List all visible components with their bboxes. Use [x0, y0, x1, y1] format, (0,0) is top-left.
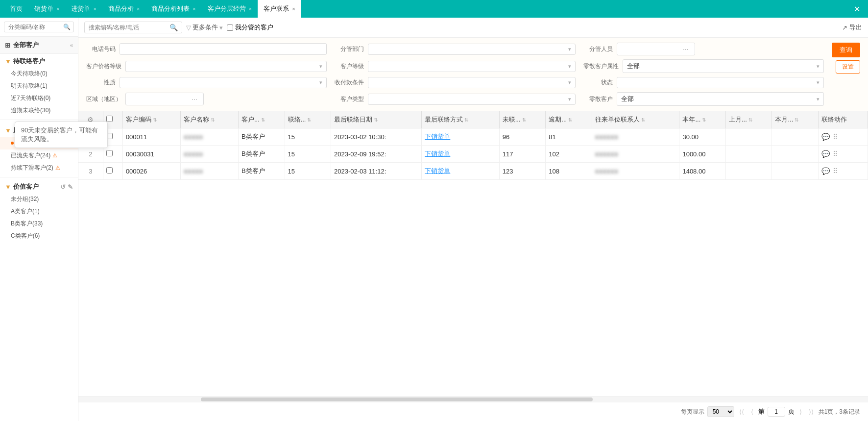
- filter-status-select[interactable]: ▾: [617, 77, 824, 88]
- tab-product-analysis-list[interactable]: 商品分析列表 ×: [145, 0, 201, 18]
- sort-name[interactable]: ⇅: [211, 117, 215, 123]
- sidebar-item-ungrouped[interactable]: 未分组(32): [0, 193, 78, 205]
- tab-customer-contact[interactable]: 客户联系 ×: [258, 0, 301, 18]
- method-link-2[interactable]: 下销货单: [425, 150, 450, 157]
- th-customer-code: 客户编码⇅: [122, 111, 180, 128]
- td-name-1: ■■■■■: [180, 128, 238, 146]
- sort-this-month[interactable]: ⇅: [795, 117, 798, 123]
- action-chat-icon-1[interactable]: 💬: [821, 133, 830, 141]
- filter-dept-select[interactable]: ▾: [368, 44, 575, 55]
- search-input[interactable]: [89, 24, 169, 31]
- sort-uncontacted[interactable]: ⇅: [522, 117, 526, 123]
- sidebar-all-customers[interactable]: ⊞ 全部客户 «: [0, 37, 78, 54]
- sort-type[interactable]: ⇅: [261, 117, 265, 123]
- page-end-label: 页: [788, 407, 795, 416]
- first-page-button[interactable]: ⟨⟨: [737, 407, 746, 417]
- sort-this-year[interactable]: ⇅: [702, 117, 706, 123]
- action-more-icon-2[interactable]: ⠿: [833, 150, 838, 158]
- th-this-year: 本年...⇅: [679, 111, 726, 128]
- search-button-icon[interactable]: 🔍: [169, 24, 178, 31]
- filter-scatter-attr: 零散客户属性 全部 ▾: [583, 59, 824, 73]
- my-customers-checkbox[interactable]: [227, 25, 233, 31]
- sort-contact-person[interactable]: ⇅: [641, 117, 645, 123]
- sidebar-item-c-class[interactable]: C类客户(6): [0, 230, 78, 242]
- action-chat-icon-2[interactable]: 💬: [821, 150, 830, 158]
- horizontal-scrollbar[interactable]: [78, 396, 868, 402]
- sidebar-item-7days[interactable]: 近7天待联络(0): [0, 92, 78, 104]
- filter-price-level-select[interactable]: ▾: [125, 61, 327, 72]
- td-contact-person-1: ■■■■■■: [592, 128, 679, 146]
- row3-checkbox[interactable]: [106, 167, 113, 173]
- action-more-icon-1[interactable]: ⠿: [833, 133, 838, 141]
- sidebar-item-today[interactable]: 今天待联络(0): [0, 68, 78, 80]
- tab-customer-tier-close[interactable]: ×: [249, 6, 252, 12]
- chevron-scatter2: ▾: [817, 96, 820, 102]
- refresh-icon[interactable]: ↺: [60, 183, 66, 191]
- home-tab[interactable]: 首页: [4, 0, 28, 18]
- filter-scatter-select[interactable]: 全部 ▾: [617, 92, 824, 106]
- sort-code[interactable]: ⇅: [153, 117, 157, 123]
- filter-manager-dots[interactable]: ···: [681, 45, 691, 53]
- filter-phone-input[interactable]: [120, 43, 327, 55]
- page-size-select[interactable]: 50 100 200: [707, 406, 734, 417]
- tab-purchase-order[interactable]: 进货单 ×: [65, 0, 102, 18]
- export-button[interactable]: ↗ 导出: [842, 23, 862, 32]
- filter-scatter-attr-select[interactable]: 全部 ▾: [623, 59, 824, 73]
- tab-customer-tier[interactable]: 客户分层经营 ×: [202, 0, 258, 18]
- filter-payment-select[interactable]: ▾: [368, 77, 575, 88]
- sidebar-item-b-class[interactable]: B类客户(33): [0, 218, 78, 230]
- tab-product-list-close[interactable]: ×: [193, 6, 195, 12]
- select-all-checkbox[interactable]: [106, 116, 113, 122]
- th-last-contact-date: 最后联络日期⇅: [331, 111, 422, 128]
- filter-scatter-value: 全部: [621, 95, 634, 103]
- group3-edit-icons: ↺ ✎: [60, 183, 73, 191]
- filter-row-3: 性质 ▾ 收付款条件 ▾: [86, 77, 824, 88]
- filter-customer-level-select[interactable]: ▾: [368, 61, 575, 72]
- row2-checkbox[interactable]: [106, 150, 113, 156]
- nav-close-button[interactable]: ✕: [850, 4, 864, 14]
- filter-nature-select[interactable]: ▾: [120, 77, 327, 88]
- sidebar-item-overdue-contact[interactable]: 逾期未联络(30): [0, 104, 78, 117]
- tab-customer-tier-label: 客户分层经营: [208, 4, 246, 13]
- sort-date[interactable]: ⇅: [374, 117, 378, 123]
- filter-customer-type-select[interactable]: ▾: [368, 94, 575, 105]
- filter-phone-label: 电话号码: [86, 45, 116, 53]
- scroll-thumb[interactable]: [201, 397, 593, 401]
- sidebar-item-tomorrow[interactable]: 明天待联络(1): [0, 80, 78, 92]
- tab-sales-close[interactable]: ×: [56, 6, 59, 12]
- sidebar-item-a-class[interactable]: A类客户(1): [0, 205, 78, 218]
- filter-payment: 收付款条件 ▾: [335, 77, 575, 88]
- tab-purchase-close[interactable]: ×: [93, 6, 96, 12]
- sort-method[interactable]: ⇅: [464, 117, 468, 123]
- sort-last-month[interactable]: ⇅: [748, 117, 752, 123]
- filter-button[interactable]: ▽ 更多条件 ▾: [186, 23, 223, 32]
- filter-manager: 分管人员 ···: [583, 43, 824, 55]
- method-link-1[interactable]: 下销货单: [425, 133, 450, 140]
- td-last-month-1: [725, 128, 772, 146]
- tab-customer-contact-close[interactable]: ×: [292, 6, 295, 12]
- prev-page-button[interactable]: ⟨: [749, 407, 755, 417]
- sidebar-item-declining[interactable]: 持续下滑客户(2) ⚠: [0, 162, 78, 174]
- sort-contact[interactable]: ⇅: [307, 117, 311, 123]
- page-number-input[interactable]: [768, 407, 785, 417]
- filter-label: 更多条件: [193, 23, 218, 32]
- edit-icon[interactable]: ✎: [68, 183, 73, 191]
- filter-region: 区域（地区） ···: [86, 93, 327, 105]
- last-page-button[interactable]: ⟩⟩: [807, 407, 816, 417]
- action-chat-icon-3[interactable]: 💬: [821, 167, 830, 175]
- sort-overdue[interactable]: ⇅: [568, 117, 572, 123]
- tab-sales-order[interactable]: 销货单 ×: [28, 0, 65, 18]
- action-more-icon-3[interactable]: ⠿: [833, 167, 838, 175]
- next-page-button[interactable]: ⟩: [797, 407, 804, 417]
- tab-product-close[interactable]: ×: [137, 6, 140, 12]
- sidebar-item-lost-customers[interactable]: 已流失客户(24) ⚠: [0, 149, 78, 162]
- home-tab-label: 首页: [10, 4, 23, 13]
- td-method-2: 下销货单: [422, 146, 499, 163]
- filter-region-dots[interactable]: ···: [190, 95, 199, 103]
- td-index-3: 3: [78, 163, 103, 180]
- method-link-3[interactable]: 下销货单: [425, 167, 450, 174]
- query-button[interactable]: 查询: [832, 43, 860, 57]
- settings-button[interactable]: 设置: [836, 60, 860, 74]
- tab-product-analysis[interactable]: 商品分析 ×: [102, 0, 145, 18]
- td-overdue-1: 81: [546, 128, 592, 146]
